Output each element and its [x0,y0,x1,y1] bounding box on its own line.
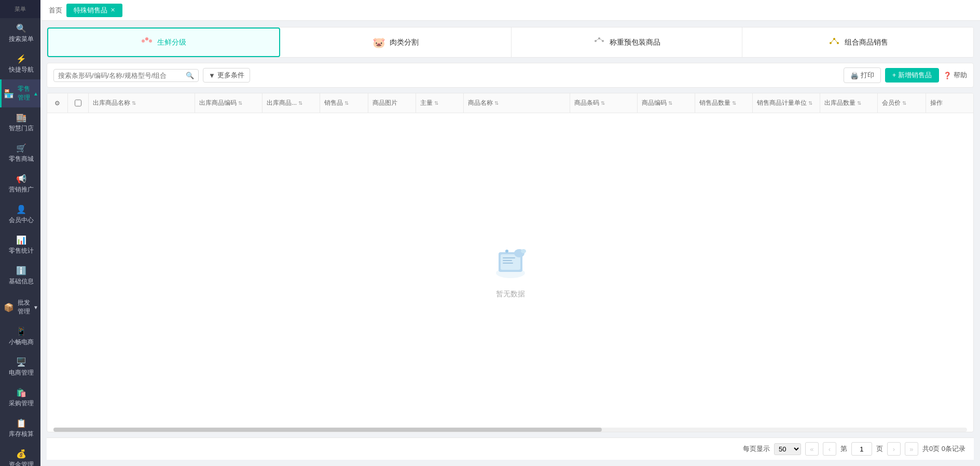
th-out-spec[interactable]: 出库商品... ⇅ [263,93,320,113]
sidebar: 菜单 🔍 搜索菜单 ⚡ 快捷导航 🏪 零售管理 ▲ 🏬 智慧门店 🛒 零售商城 … [0,0,40,466]
th-member-price[interactable]: 会员价 ⇅ [878,93,926,113]
help-icon: ❓ [943,72,951,79]
sidebar-item-search-menu[interactable]: 🔍 搜索菜单 [0,18,40,49]
th-out-name[interactable]: 出库商品名称 ⇅ [89,93,195,113]
ecom-mgmt-icon: 🖥️ [16,357,26,367]
page-label: 第 [840,444,847,454]
combo-icon [828,36,840,49]
sidebar-item-label: 小畅电商 [9,338,34,347]
sidebar-item-quick-nav[interactable]: ⚡ 快捷导航 [0,49,40,79]
help-button[interactable]: ❓ 帮助 [943,71,967,80]
th-prod-name[interactable]: 商品名称 ⇅ [464,93,570,113]
cat-tab-fresh-grade[interactable]: 生鲜分级 [47,28,280,57]
print-button[interactable]: 🖨️ 打印 [844,67,881,83]
sort-icon: ⇅ [601,100,605,106]
sidebar-item-retail-stats[interactable]: 📊 零售统计 [0,230,40,261]
sidebar-item-label: 电商管理 [9,368,34,377]
sidebar-item-finance[interactable]: 💰 资金管理 [0,444,40,466]
toolbar-left: 🔍 ▼ 更多条件 [53,68,250,83]
select-all-checkbox[interactable] [75,100,81,106]
th-sale-unit[interactable]: 销售商品计量单位 ⇅ [753,93,820,113]
next-page-button[interactable]: › [887,442,901,456]
mini-ecom-icon: 📱 [16,326,26,336]
sidebar-item-smart-store[interactable]: 🏬 智慧门店 [0,107,40,138]
add-sale-item-button[interactable]: + 新增销售品 [885,68,939,83]
table-header: ⚙ 出库商品名称 ⇅ 出库商品编码 ⇅ 出库商品... ⇅ 销售品 [47,93,973,113]
per-page-label: 每页显示 [743,444,770,454]
cat-tab-meat-cut[interactable]: 🐷 肉类分割 [280,28,512,57]
page-area: 生鲜分级 🐷 肉类分割 称重预包装商品 组合商品销售 [40,21,980,466]
cat-tab-label: 生鲜分级 [157,38,186,47]
search-input[interactable] [58,72,184,79]
inventory-icon: 📋 [16,418,26,428]
sidebar-item-wholesale[interactable]: 📦 批发管理 ▼ [0,293,40,321]
active-tab[interactable]: 特殊销售品 ✕ [66,4,122,17]
sidebar-item-label: 零售商城 [9,155,34,163]
sidebar-item-purchase[interactable]: 🛍️ 采购管理 [0,382,40,413]
sort-icon: ⇅ [434,100,438,106]
svg-line-12 [834,39,838,43]
smart-store-icon: 🏬 [16,113,26,122]
h-scrollbar-thumb[interactable] [53,428,602,432]
th-barcode[interactable]: 商品条码 ⇅ [570,93,638,113]
cat-tab-weighing[interactable]: 称重预包装商品 [512,28,743,57]
sidebar-item-promo[interactable]: 📢 营销推广 [0,169,40,199]
svg-point-0 [142,39,145,43]
sidebar-item-label: 快捷导航 [9,65,34,74]
sidebar-item-retail-mall[interactable]: 🛒 零售商城 [0,138,40,169]
search-box[interactable]: 🔍 [53,69,199,82]
topbar: 首页 特殊销售品 ✕ [40,0,980,21]
sidebar-item-inventory[interactable]: 📋 库存核算 [0,413,40,444]
per-page-select[interactable]: 50 10 20 100 [774,443,801,455]
print-icon: 🖨️ [850,72,859,79]
th-sale-item[interactable]: 销售品 ⇅ [320,93,368,113]
th-settings[interactable]: ⚙ [47,93,68,113]
sort-icon: ⇅ [494,100,499,106]
sidebar-item-label: 零售管理 [15,85,32,102]
sort-icon: ⇅ [298,100,302,106]
category-tabs: 生鲜分级 🐷 肉类分割 称重预包装商品 组合商品销售 [47,27,974,58]
prev-page-button[interactable]: ‹ [823,442,836,456]
page-number-input[interactable] [851,442,872,456]
sidebar-item-label: 采购管理 [9,399,34,408]
th-main[interactable]: 主量 ⇅ [416,93,464,113]
sidebar-item-basic-info[interactable]: ℹ️ 基础信息 [0,261,40,291]
table-container: ⚙ 出库商品名称 ⇅ 出库商品编码 ⇅ 出库商品... ⇅ 销售品 [47,93,974,432]
finance-icon: 💰 [16,449,26,459]
th-out-qty[interactable]: 出库品数量 ⇅ [820,93,878,113]
total-label: 共0页 0条记录 [922,444,965,454]
retail-stats-icon: 📊 [16,235,26,245]
purchase-icon: 🛍️ [16,388,26,398]
close-tab-icon[interactable]: ✕ [111,7,115,13]
h-scrollbar[interactable] [53,428,967,432]
retail-mgmt-icon: 🏪 [4,89,14,99]
th-ops: 操作 [926,93,973,113]
sidebar-item-label: 批发管理 [15,298,32,316]
sidebar-item-label: 库存核算 [9,430,34,438]
th-out-code[interactable]: 出库商品编码 ⇅ [195,93,263,113]
sidebar-item-label: 营销推广 [9,185,34,194]
th-checkbox[interactable] [68,93,89,113]
th-sale-qty[interactable]: 销售品数量 ⇅ [695,93,753,113]
sidebar-item-retail-mgmt[interactable]: 🏪 零售管理 ▲ [0,79,40,107]
sidebar-item-label: 智慧门店 [9,124,34,133]
home-link[interactable]: 首页 [49,6,62,15]
wholesale-icon: 📦 [4,303,14,312]
sidebar-item-members[interactable]: 👤 会员中心 [0,199,40,230]
svg-line-6 [596,38,599,41]
sort-icon: ⇅ [857,100,861,106]
filter-button[interactable]: ▼ 更多条件 [203,68,250,83]
th-prod-code[interactable]: 商品编码 ⇅ [638,93,695,113]
pagination: 每页显示 50 10 20 100 « ‹ 第 页 › » 共0页 0条记录 [47,437,974,460]
svg-point-21 [505,250,508,253]
cat-tab-combo[interactable]: 组合商品销售 [742,28,973,57]
last-page-button[interactable]: » [905,442,918,456]
sidebar-item-mini-ecom[interactable]: 📱 小畅电商 [0,321,40,352]
sidebar-item-ecom-mgmt[interactable]: 🖥️ 电商管理 [0,352,40,382]
first-page-button[interactable]: « [805,442,819,456]
retail-mall-icon: 🛒 [16,143,26,153]
cat-tab-label: 称重预包装商品 [610,38,660,47]
sidebar-logo: 菜单 [0,0,40,18]
sort-icon: ⇅ [668,100,672,106]
svg-rect-17 [503,260,512,261]
